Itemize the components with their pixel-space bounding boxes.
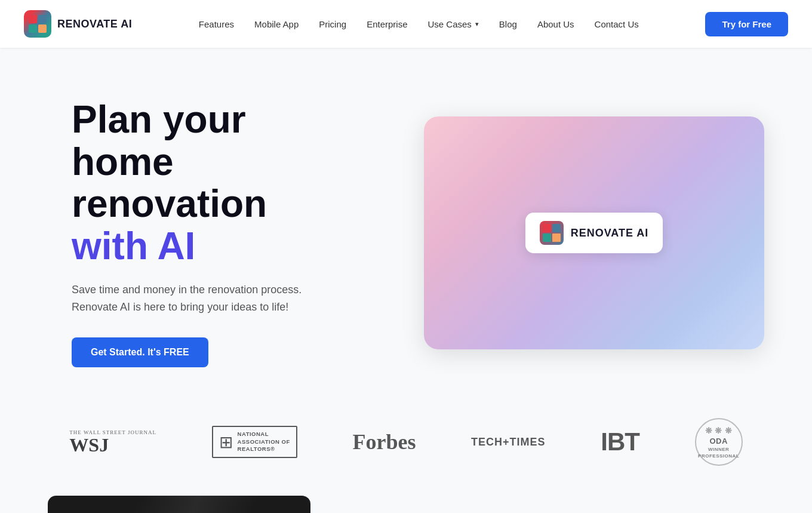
hero-left: Plan yourhomerenovation with AI Save tim… [72, 99, 322, 367]
hero-right: RENOVATE AI [424, 116, 764, 349]
brand-badge: RENOVATE AI [525, 213, 663, 253]
hero-section: Plan yourhomerenovation with AI Save tim… [0, 48, 812, 406]
nav-use-cases[interactable]: Use Cases ▾ [420, 14, 487, 34]
nar-logo: ⊞ NATIONALASSOCIATION OFREALTORS® [212, 426, 297, 457]
ibt-logo: IBT [601, 428, 639, 456]
logo-link[interactable]: RENOVATE AI [24, 10, 132, 38]
navbar: RENOVATE AI Features Mobile App Pricing … [0, 0, 812, 48]
bottom-image [48, 496, 310, 513]
hero-title-line1: Plan yourhomerenovation [72, 98, 267, 225]
try-for-free-button[interactable]: Try for Free [705, 12, 788, 36]
use-cases-chevron-icon: ▾ [475, 20, 479, 28]
nav-about-us[interactable]: About Us [529, 14, 583, 34]
hero-image-card: RENOVATE AI [424, 116, 764, 349]
hero-description: Save time and money in the renovation pr… [72, 281, 322, 316]
hero-title-highlight: with AI [72, 225, 195, 268]
oda-winner-logo: ❋ ❋ ❋ ODA WINNER PROFESSIONAL [695, 418, 743, 466]
nav-features[interactable]: Features [190, 14, 242, 34]
nav-mobile-app[interactable]: Mobile App [246, 14, 307, 34]
forbes-logo: Forbes [352, 429, 416, 454]
bottom-preview [0, 496, 812, 513]
wsj-logo: THE WALL STREET JOURNAL WSJ [69, 430, 156, 454]
badge-logo-icon [540, 221, 564, 245]
hero-title: Plan yourhomerenovation with AI [72, 99, 322, 267]
logo-icon [24, 10, 51, 38]
brand-name: RENOVATE AI [57, 18, 132, 30]
nav-blog[interactable]: Blog [491, 14, 525, 34]
nav-contact-us[interactable]: Contact Us [586, 14, 647, 34]
badge-label: RENOVATE AI [571, 227, 649, 239]
nav-pricing[interactable]: Pricing [310, 14, 355, 34]
nav-enterprise[interactable]: Enterprise [358, 14, 416, 34]
logos-strip: THE WALL STREET JOURNAL WSJ ⊞ NATIONALAS… [0, 406, 812, 496]
nav-links: Features Mobile App Pricing Enterprise U… [190, 14, 647, 34]
get-started-button[interactable]: Get Started. It's FREE [72, 337, 208, 367]
techtimes-logo: TECH+ TIMES [471, 437, 546, 447]
